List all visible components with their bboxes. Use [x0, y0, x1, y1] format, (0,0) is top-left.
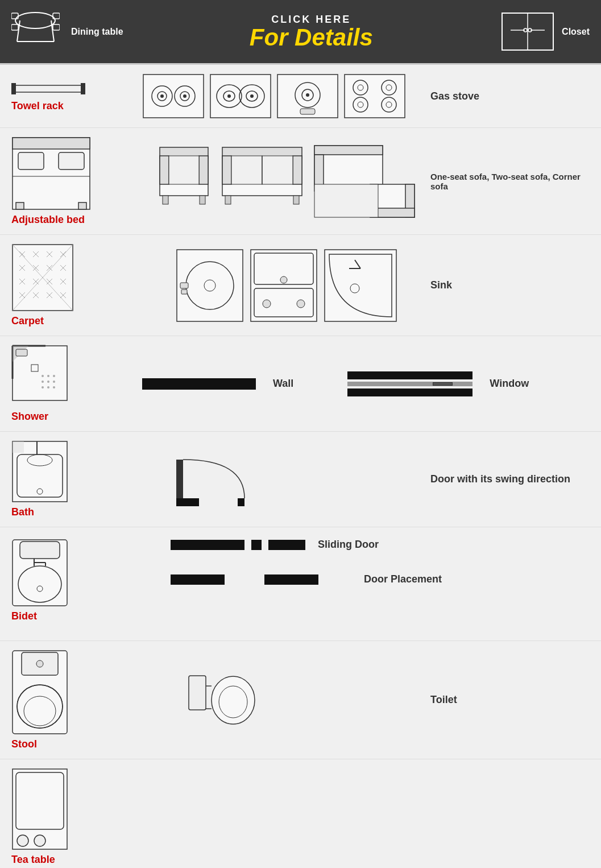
svg-rect-64: [262, 156, 293, 184]
gas-stove-2burner: [142, 73, 205, 119]
carpet-label: Carpet: [11, 315, 44, 327]
svg-rect-48: [59, 152, 84, 170]
svg-point-133: [47, 375, 49, 377]
stool-symbol: [11, 650, 68, 735]
sliding-door-label: Sliding Door: [318, 539, 379, 551]
wall-block: [142, 378, 256, 390]
door-swing-symbol: [176, 448, 318, 511]
tea-table-label: Tea table: [11, 854, 55, 866]
page: Dining table CLICK HERE For Details Clos…: [0, 0, 601, 868]
two-seat-sofa: [219, 144, 305, 207]
svg-rect-67: [293, 196, 299, 204]
bath-door-row: Bath Door with its swing direction: [0, 432, 601, 527]
bidet-sliding-row: Bidet Sliding Door Door Placement: [0, 527, 601, 641]
svg-rect-152: [20, 542, 60, 559]
one-seat-sofa: [157, 144, 211, 207]
svg-rect-116: [251, 250, 317, 321]
svg-rect-56: [169, 156, 199, 184]
sink-round: [176, 249, 244, 323]
window-symbol-group: [347, 371, 472, 396]
sink-label: Sink: [430, 279, 590, 291]
shower-symbol: [11, 345, 68, 407]
svg-point-136: [47, 381, 49, 383]
svg-point-140: [53, 386, 55, 388]
banner-text[interactable]: CLICK HERE For Details: [123, 14, 500, 49]
sofa-label: One-seat sofa, Two-seat sofa, Corner sof…: [430, 172, 590, 191]
svg-rect-63: [231, 156, 262, 184]
towel-rack-row: Towel rack: [0, 63, 601, 128]
svg-rect-7: [53, 24, 60, 30]
gas-stove-4burner: [343, 73, 406, 119]
svg-rect-163: [189, 676, 206, 710]
svg-rect-74: [314, 184, 378, 217]
svg-point-34: [306, 93, 309, 97]
svg-rect-5: [11, 24, 18, 30]
svg-rect-61: [222, 156, 231, 184]
sofa-symbols: [142, 144, 430, 218]
tea-table-item: Tea table: [11, 768, 142, 866]
svg-rect-66: [225, 196, 231, 204]
carpet-sink-row: Carpet: [0, 235, 601, 336]
svg-point-132: [42, 375, 44, 377]
carpet-item: Carpet: [11, 243, 142, 327]
svg-rect-35: [300, 109, 315, 114]
shower-item: Shower: [11, 345, 142, 423]
wall-item: Wall Window: [142, 371, 529, 396]
dining-table-label: Dining table: [71, 27, 123, 37]
adjustable-bed-label: Adjustable bed: [11, 214, 85, 226]
svg-rect-57: [163, 196, 168, 204]
svg-rect-47: [18, 152, 44, 170]
svg-rect-16: [81, 83, 85, 94]
svg-rect-147: [176, 498, 199, 506]
closet-label: Closet: [562, 27, 590, 37]
svg-rect-149: [238, 498, 244, 506]
svg-point-23: [183, 94, 186, 98]
wall-text: Wall: [273, 378, 293, 390]
svg-point-135: [42, 381, 44, 383]
svg-rect-54: [160, 156, 169, 184]
svg-point-139: [47, 386, 49, 388]
svg-rect-17: [143, 75, 204, 118]
svg-rect-146: [13, 441, 24, 453]
svg-point-121: [297, 300, 305, 308]
stool-label: Stool: [11, 738, 37, 750]
svg-point-138: [42, 386, 44, 388]
adjustable-bed-item: Adjustable bed: [11, 137, 142, 226]
svg-rect-51: [78, 202, 86, 209]
svg-rect-148: [176, 460, 183, 498]
door-swing-symbols: [142, 448, 430, 511]
svg-point-20: [160, 94, 164, 98]
toilet-symbol: [188, 675, 256, 726]
dining-table-icon: [11, 10, 60, 53]
bidet-item: Bidet: [11, 539, 142, 622]
svg-rect-4: [11, 13, 18, 19]
toilet-label: Toilet: [430, 694, 590, 706]
bidet-label: Bidet: [11, 610, 37, 622]
closet-icon: [499, 10, 556, 53]
bidet-symbol: [11, 539, 68, 607]
sink-symbols: [142, 249, 430, 323]
svg-point-30: [250, 94, 254, 98]
towel-rack-label: Towel rack: [11, 100, 64, 112]
svg-point-164: [212, 676, 255, 724]
sliding-door-group: Sliding Door: [171, 539, 379, 556]
door-placement-label: Door Placement: [364, 573, 442, 585]
svg-rect-36: [345, 75, 405, 118]
for-details-text: For Details: [123, 26, 500, 49]
svg-rect-15: [11, 83, 16, 94]
svg-rect-14: [11, 85, 85, 92]
svg-point-27: [227, 94, 231, 98]
shower-label: Shower: [11, 411, 48, 423]
bath-item: Bath: [11, 440, 142, 518]
svg-point-161: [36, 660, 43, 667]
tea-table-row: Tea table: [0, 759, 601, 868]
towel-rack-item: Towel rack: [11, 81, 142, 112]
shower-wall-row: Shower Wall Window: [0, 336, 601, 432]
svg-rect-50: [16, 202, 24, 209]
svg-rect-62: [293, 156, 302, 184]
svg-point-134: [53, 375, 55, 377]
gas-stove-label: Gas stove: [430, 90, 590, 102]
banner-left: Dining table: [11, 10, 123, 53]
svg-point-120: [263, 300, 271, 308]
svg-rect-46: [13, 138, 90, 149]
